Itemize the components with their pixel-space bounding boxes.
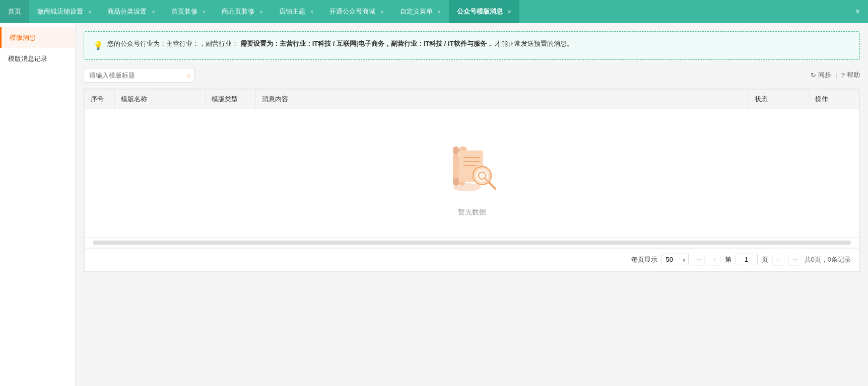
sidebar-item-template-record[interactable]: 模版消息记录 xyxy=(0,48,75,69)
data-table-area: 序号 模版名称 模版类型 消息内容 状态 xyxy=(84,89,860,272)
nav-tab-product-decor[interactable]: 商品页装修 × xyxy=(214,0,271,23)
content-area: 💡 您的公众号行业为：主营行业：，副营行业： 需要设置为：主营行业：IT科技 /… xyxy=(76,23,868,386)
search-left: ⌕ xyxy=(84,68,194,83)
pagination: 每页显示 50 10 20 100 ⊢ < 第 页 xyxy=(84,248,859,271)
data-table: 序号 模版名称 模版类型 消息内容 状态 xyxy=(84,89,859,238)
nav-tab-custom-menu[interactable]: 自定义菜单 × xyxy=(392,0,449,23)
nav-tab-open-mall-label: 开通公众号商城 xyxy=(329,7,375,16)
banner-text-highlight: 需要设置为：主营行业：IT科技 / 互联网|电子商务，副营行业：IT科技 / I… xyxy=(240,40,493,47)
first-page-icon: ⊢ xyxy=(696,256,701,263)
page-size-select[interactable]: 50 10 20 100 xyxy=(661,254,689,265)
nav-tab-store-theme[interactable]: 店铺主题 × xyxy=(271,0,321,23)
sidebar-item-template-message[interactable]: 模版消息 xyxy=(0,27,75,48)
help-label: 帮助 xyxy=(847,70,860,80)
col-header-name: 模版名称 xyxy=(115,89,206,109)
svg-line-7 xyxy=(489,182,495,189)
empty-state-row: 暂无数据 xyxy=(85,109,859,237)
page-size-label: 每页显示 xyxy=(631,255,657,264)
table-scrollbar[interactable] xyxy=(93,241,851,245)
page-unit-label: 页 xyxy=(762,255,768,264)
sidebar: 模版消息 模版消息记录 xyxy=(0,23,76,386)
close-store-theme[interactable]: × xyxy=(310,9,313,15)
nav-tab-template-msg[interactable]: 公众号模版消息 × xyxy=(449,0,519,23)
search-input[interactable] xyxy=(84,68,194,83)
nav-tab-home-label: 首页 xyxy=(8,7,21,16)
nav-tab-product-category[interactable]: 商品分类设置 × xyxy=(99,0,163,23)
close-home-decor[interactable]: × xyxy=(203,9,206,15)
last-page-button[interactable]: ⊣ xyxy=(788,254,800,266)
nav-tab-product-decor-label: 商品页装修 xyxy=(222,7,254,16)
col-header-content: 消息内容 xyxy=(256,89,749,109)
col-header-type: 模版类型 xyxy=(206,89,256,109)
current-page-label: 第 xyxy=(725,255,731,264)
nav-tab-micro-store-label: 微商城店铺设置 xyxy=(37,7,83,16)
nav-tab-micro-store[interactable]: 微商城店铺设置 × xyxy=(29,0,99,23)
banner-text-suffix: 才能正常发送预置的消息。 xyxy=(495,40,573,47)
col-header-status: 状态 xyxy=(749,89,809,109)
last-page-icon: ⊣ xyxy=(792,256,797,263)
top-nav: 首页 微商城店铺设置 × 商品分类设置 × 首页装修 × 商品页装修 × 店铺主… xyxy=(0,0,868,23)
next-page-icon: > xyxy=(776,256,780,263)
banner-text-prefix: 您的公众号行业为：主营行业：，副营行业： xyxy=(107,40,238,47)
close-product-category[interactable]: × xyxy=(152,9,155,15)
prev-page-icon: < xyxy=(713,256,716,263)
toolbar-divider: | xyxy=(835,71,837,79)
nav-tab-product-category-label: 商品分类设置 xyxy=(107,7,147,16)
bulb-icon: 💡 xyxy=(93,39,103,52)
page-number-input[interactable] xyxy=(736,254,758,265)
nav-tab-home-decor[interactable]: 首页装修 × xyxy=(163,0,214,23)
search-bar: ⌕ ↻ 同步 | ? 帮助 xyxy=(84,68,860,83)
col-header-action: 操作 xyxy=(809,89,859,109)
page-size-wrap: 50 10 20 100 xyxy=(661,254,689,265)
sync-icon: ↻ xyxy=(811,71,816,79)
sync-label: 同步 xyxy=(818,70,831,80)
table-scrollbar-wrap xyxy=(84,238,859,248)
close-custom-menu[interactable]: × xyxy=(438,9,441,15)
sidebar-item-template-message-label: 模版消息 xyxy=(10,34,36,41)
empty-icon xyxy=(442,139,502,200)
sync-button[interactable]: ↻ 同步 xyxy=(811,70,831,80)
close-product-decor[interactable]: × xyxy=(259,9,262,15)
empty-state: 暂无数据 xyxy=(85,109,859,237)
help-icon: ? xyxy=(841,71,845,79)
nav-tab-store-theme-label: 店铺主题 xyxy=(279,7,305,16)
search-input-wrap: ⌕ xyxy=(84,68,194,83)
sidebar-item-template-record-label: 模版消息记录 xyxy=(8,55,47,62)
nav-tab-home-decor-label: 首页装修 xyxy=(171,7,197,16)
help-button[interactable]: ? 帮助 xyxy=(841,70,860,80)
main-layout: 模版消息 模版消息记录 💡 您的公众号行业为：主营行业：，副营行业： 需要设置为… xyxy=(0,23,868,386)
close-all-button[interactable]: × xyxy=(847,0,868,23)
toolbar-right: ↻ 同步 | ? 帮助 xyxy=(811,70,860,80)
table-header-row: 序号 模版名称 模版类型 消息内容 状态 xyxy=(85,89,859,109)
close-micro-store[interactable]: × xyxy=(88,9,91,15)
next-page-button[interactable]: > xyxy=(772,254,784,266)
prev-page-button[interactable]: < xyxy=(709,254,721,266)
first-page-button[interactable]: ⊢ xyxy=(693,254,705,266)
close-open-mall[interactable]: × xyxy=(380,9,383,15)
nav-tab-template-msg-label: 公众号模版消息 xyxy=(457,7,503,16)
empty-text: 暂无数据 xyxy=(85,208,859,217)
nav-tab-home[interactable]: 首页 xyxy=(0,0,29,23)
col-header-seq: 序号 xyxy=(85,89,115,109)
banner-text: 您的公众号行业为：主营行业：，副营行业： 需要设置为：主营行业：IT科技 / 互… xyxy=(107,39,573,49)
page-total: 共0页，0条记录 xyxy=(805,255,851,264)
info-banner: 💡 您的公众号行业为：主营行业：，副营行业： 需要设置为：主营行业：IT科技 /… xyxy=(84,31,860,60)
close-template-msg[interactable]: × xyxy=(508,9,511,15)
search-icon[interactable]: ⌕ xyxy=(186,71,190,79)
nav-tab-custom-menu-label: 自定义菜单 xyxy=(400,7,433,16)
nav-tab-open-mall[interactable]: 开通公众号商城 × xyxy=(321,0,391,23)
